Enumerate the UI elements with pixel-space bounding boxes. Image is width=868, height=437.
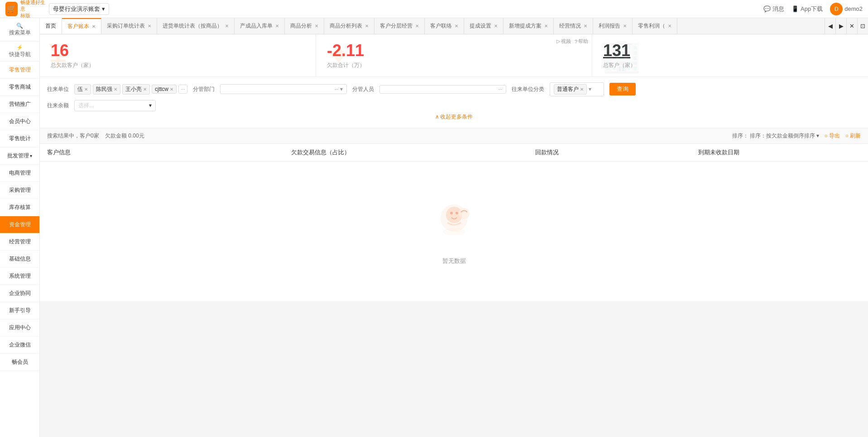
close-tab-customer-accounts[interactable]: ✕	[92, 24, 96, 29]
sidebar-search[interactable]: 🔍 搜索菜单	[0, 18, 39, 42]
tab-new-raise-plan[interactable]: 新增提成方案 ✕	[504, 18, 554, 34]
retail-manage-label: 零售管理	[2, 66, 38, 74]
filter-tag-wang: 王小亮 ✕	[122, 84, 150, 95]
tab-home[interactable]: 首页	[40, 18, 62, 34]
tab-profit-report[interactable]: 利润报告 ✕	[593, 18, 633, 34]
sidebar-item-purchase-manage[interactable]: 采购管理	[0, 182, 39, 199]
result-bar: 搜索结果中，客户0家 欠款金额 0.00元 排序： 排序：按欠款金额倒序排序 ▾…	[40, 128, 868, 144]
logo-area: 🛒 畅捷通好生意标版	[5, 0, 45, 19]
close-tab-raise-settings[interactable]: ✕	[494, 24, 498, 28]
tab-purchase-stats-by-product[interactable]: 进货单统计表（按商品） ✕	[157, 18, 235, 34]
messages-btn[interactable]: 💬 消息	[763, 5, 784, 13]
export-btn[interactable]: ○ 导出	[825, 132, 840, 140]
remove-unit-type[interactable]: ✕	[580, 87, 584, 92]
chevron-down-amount: ▾	[149, 102, 152, 109]
refresh-btn[interactable]: ○ 刷新	[845, 132, 861, 140]
filter-row-1: 往来单位 伍 ✕ 陈民强 ✕ 王小亮 ✕	[47, 82, 861, 96]
tab-retail-profit[interactable]: 零售利润（ ✕	[633, 18, 677, 34]
sidebar-item-retail-mall[interactable]: 零售商城	[0, 79, 39, 96]
amount-filter-select[interactable]: 选择... ▾	[74, 100, 156, 111]
svg-point-1	[443, 228, 465, 235]
dept-filter-input[interactable]: ··· ▾	[220, 84, 347, 94]
tab-ops-situation[interactable]: 经营情况 ✕	[554, 18, 593, 34]
close-tab-purchase-order-stats[interactable]: ✕	[148, 24, 151, 28]
close-tab-product-analysis-list[interactable]: ✕	[365, 24, 369, 28]
close-tab-profit-report[interactable]: ✕	[623, 24, 627, 28]
sort-selector[interactable]: 排序： 排序：按欠款金额倒序排序 ▾	[732, 132, 819, 140]
quick-nav-label: 快捷导航	[0, 51, 39, 58]
svg-point-5	[459, 208, 470, 219]
sidebar-quick-nav[interactable]: ⚡ 快捷导航	[0, 42, 39, 62]
remove-tag-cjttcw[interactable]: ✕	[170, 87, 173, 92]
chevron-down-icon: ▾	[102, 5, 105, 12]
logo-icon: 🛒	[5, 2, 18, 16]
sidebar-item-vip-member[interactable]: 畅会员	[0, 354, 39, 371]
result-summary: 搜索结果中，客户0家 欠款金额 0.00元	[47, 132, 144, 140]
tab-product-analysis-list[interactable]: 商品分析列表 ✕	[324, 18, 374, 34]
mobile-icon: 📱	[791, 5, 799, 12]
sidebar-item-capital-manage[interactable]: 资金管理	[0, 216, 39, 233]
sidebar: 🔍 搜索菜单 ⚡ 快捷导航 零售管理 零售商城 营销推广 会员中心 零售统计 批…	[0, 18, 40, 437]
close-tab-ops-situation[interactable]: ✕	[584, 24, 587, 28]
sidebar-item-app-center[interactable]: 应用中心	[0, 319, 39, 337]
sidebar-item-basic-info[interactable]: 基础信息	[0, 251, 39, 268]
close-tab-customer-segment[interactable]: ✕	[415, 24, 419, 28]
collapse-filters-btn[interactable]: ∧ 收起更多条件	[47, 111, 861, 123]
user-avatar-area[interactable]: D demo2	[830, 3, 863, 15]
sidebar-item-retail-manage[interactable]: 零售管理	[0, 62, 39, 79]
col-debt-info: 欠款交易信息（占比）	[291, 148, 535, 157]
sidebar-item-batch-manage[interactable]: 批发管理 ▾	[0, 147, 39, 165]
tab-close-all[interactable]: ✕	[846, 18, 857, 34]
close-tab-cost-inbound[interactable]: ✕	[275, 24, 279, 28]
col-customer-info: 客户信息	[47, 148, 291, 157]
query-button[interactable]: 查询	[609, 83, 636, 95]
stat-bg-icon-3: 🏢	[601, 36, 642, 75]
stat-card-1: ¥ 16 总欠款客户（家）	[40, 34, 316, 76]
empty-text: 暂无数据	[442, 257, 466, 265]
sidebar-item-member-center[interactable]: 会员中心	[0, 113, 39, 130]
sidebar-item-enterprise-wechat[interactable]: 企业微信	[0, 337, 39, 354]
sidebar-item-ecom-manage[interactable]: 电商管理	[0, 165, 39, 182]
tab-customer-accounts[interactable]: 客户账本 ✕	[62, 18, 101, 34]
close-tab-retail-profit[interactable]: ✕	[668, 24, 671, 28]
close-tab-customer-contact[interactable]: ✕	[455, 24, 458, 28]
person-filter-input[interactable]: ···	[379, 85, 506, 94]
tab-purchase-order-stats[interactable]: 采购订单统计表 ✕	[101, 18, 157, 34]
tab-customer-segment[interactable]: 客户分层经营 ✕	[374, 18, 425, 34]
tab-expand[interactable]: ⊡	[857, 18, 868, 34]
sidebar-item-enterprise-coop[interactable]: 企业协同	[0, 285, 39, 302]
remove-tag-wu[interactable]: ✕	[84, 87, 88, 92]
app-download-btn[interactable]: 📱 App下载	[791, 5, 823, 13]
chevron-down-sort: ▾	[816, 133, 819, 139]
filter-tag-cjttcw: cjttcw ✕	[152, 85, 177, 94]
remove-tag-chen[interactable]: ✕	[114, 87, 117, 92]
sidebar-item-new-guide[interactable]: 新手引导	[0, 302, 39, 319]
sidebar-item-retail-stats[interactable]: 零售统计	[0, 130, 39, 147]
close-tab-purchase-stats-by-product[interactable]: ✕	[225, 24, 229, 28]
close-tab-new-raise-plan[interactable]: ✕	[544, 24, 548, 28]
filter-more-btn[interactable]: ···	[178, 85, 187, 94]
tab-scroll-right[interactable]: ▶	[835, 18, 846, 34]
filter-row-2: 往来余额 选择... ▾	[47, 100, 861, 111]
sidebar-item-ops-manage[interactable]: 经营管理	[0, 233, 39, 251]
sidebar-item-inventory[interactable]: 库存核算	[0, 199, 39, 216]
video-help-btn[interactable]: ▷ 视频	[556, 38, 571, 45]
chevron-down-unit-type: ▾	[589, 86, 591, 92]
main-layout: 🔍 搜索菜单 ⚡ 快捷导航 零售管理 零售商城 营销推广 会员中心 零售统计 批…	[0, 18, 868, 437]
tab-scroll-left[interactable]: ◀	[825, 18, 835, 34]
sidebar-item-marketing[interactable]: 营销推广	[0, 96, 39, 113]
account-selector[interactable]: 母婴行业演示账套 ▾	[49, 3, 109, 15]
sidebar-item-sys-manage[interactable]: 系统管理	[0, 268, 39, 285]
tab-cost-inbound[interactable]: 产成品入库单 ✕	[235, 18, 285, 34]
doc-help-btn[interactable]: ? 帮助	[575, 38, 588, 45]
tab-customer-contact[interactable]: 客户联络 ✕	[425, 18, 464, 34]
remove-tag-wang[interactable]: ✕	[143, 87, 147, 92]
sort-icon: 排序：	[732, 132, 748, 140]
col-repayment: 回款情况	[535, 148, 698, 157]
stats-row: ¥ 16 总欠款客户（家） ✦ -2.11 欠款合计（万） ▷ 视频 ? 帮助	[40, 34, 868, 77]
unit-type-select[interactable]: 普通客户 ✕ ▾	[550, 82, 604, 96]
close-tab-product-analysis[interactable]: ✕	[315, 24, 318, 28]
chevron-icon: ▾	[30, 153, 32, 158]
tab-product-analysis[interactable]: 商品分析 ✕	[285, 18, 324, 34]
tab-raise-settings[interactable]: 提成设置 ✕	[464, 18, 504, 34]
